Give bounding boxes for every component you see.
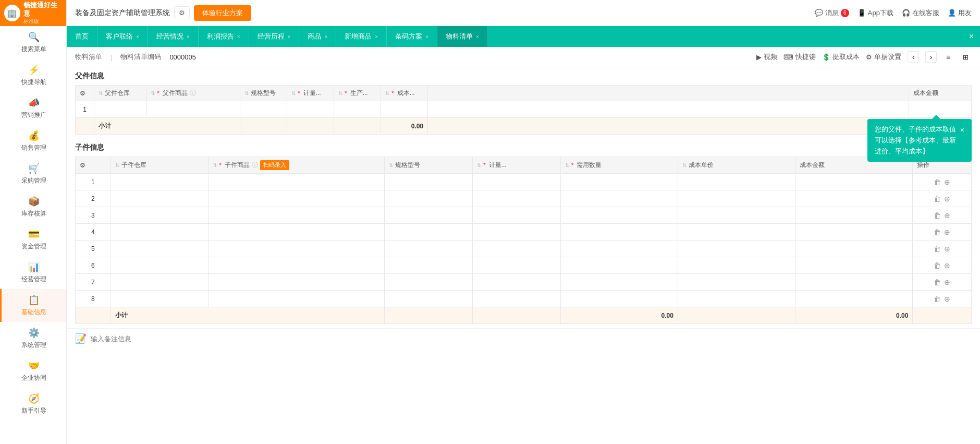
parent-qty-cell[interactable] xyxy=(287,101,334,118)
video-action[interactable]: ▶ 视频 xyxy=(756,52,777,62)
delete-row-icon[interactable]: 🗑 xyxy=(934,228,941,236)
sidebar-item-inventory[interactable]: 📦 库存核算 xyxy=(0,190,66,223)
tab-bom[interactable]: 物料清单 × xyxy=(437,26,488,47)
child-product-cell[interactable] xyxy=(209,207,385,224)
copy-row-icon[interactable]: ⊕ xyxy=(944,178,950,186)
sidebar-item-system[interactable]: ⚙️ 系统管理 xyxy=(0,322,66,355)
child-product-cell[interactable] xyxy=(209,190,385,207)
sidebar-item-operations[interactable]: 📊 经营管理 xyxy=(0,256,66,289)
copy-row-icon[interactable]: ⊕ xyxy=(944,261,950,270)
child-cost-price-cell[interactable] xyxy=(678,274,795,291)
tooltip-close-button[interactable]: × xyxy=(960,124,964,136)
child-need-qty-cell[interactable] xyxy=(560,190,678,207)
child-product-cell[interactable] xyxy=(209,241,385,257)
copy-row-icon[interactable]: ⊕ xyxy=(944,195,950,203)
tab-add-goods[interactable]: 新增商品 × xyxy=(336,26,387,47)
tab-operations[interactable]: 经营情况 × xyxy=(148,26,199,47)
tab-customer-close[interactable]: × xyxy=(136,34,139,40)
child-need-qty-cell[interactable] xyxy=(560,291,678,307)
child-cost-price-cell[interactable] xyxy=(678,257,795,274)
tab-bom-close[interactable]: × xyxy=(476,34,479,40)
copy-row-icon[interactable]: ⊕ xyxy=(944,295,950,303)
sidebar-item-purchase[interactable]: 🛒 采购管理 xyxy=(0,158,66,190)
tab-barcode[interactable]: 条码方案 × xyxy=(387,26,437,47)
delete-row-icon[interactable]: 🗑 xyxy=(934,295,941,303)
child-spec-cell[interactable] xyxy=(384,224,472,241)
child-warehouse-cell[interactable] xyxy=(111,274,209,291)
delete-row-icon[interactable]: 🗑 xyxy=(934,261,941,270)
shortcut-action[interactable]: ⌨ 快捷键 xyxy=(783,52,816,62)
child-spec-cell[interactable] xyxy=(384,257,472,274)
child-qty-cell[interactable] xyxy=(472,190,560,207)
child-qty-cell[interactable] xyxy=(472,174,560,190)
delete-row-icon[interactable]: 🗑 xyxy=(934,178,941,186)
parent-spec-cell[interactable] xyxy=(240,101,287,118)
child-cost-price-cell[interactable] xyxy=(678,207,795,224)
sidebar-item-sales[interactable]: 💰 销售管理 xyxy=(0,125,66,158)
child-qty-cell[interactable] xyxy=(472,274,560,291)
user-item[interactable]: 👤 用友 xyxy=(948,8,972,18)
child-warehouse-cell[interactable] xyxy=(111,291,209,307)
sidebar-item-search[interactable]: 🔍 搜索菜单 xyxy=(0,26,66,59)
parent-prod-cell[interactable] xyxy=(334,101,381,118)
delete-row-icon[interactable]: 🗑 xyxy=(934,245,941,253)
child-settings-col[interactable]: ⚙ xyxy=(76,157,111,174)
child-need-qty-cell[interactable] xyxy=(560,241,678,257)
note-input[interactable] xyxy=(91,335,972,343)
tab-barcode-close[interactable]: × xyxy=(425,34,428,40)
sidebar-item-enterprise[interactable]: 🤝 企业协同 xyxy=(0,355,66,388)
child-need-qty-cell[interactable] xyxy=(560,257,678,274)
parent-product-cell[interactable] xyxy=(146,101,240,118)
tab-profit[interactable]: 利润报告 × xyxy=(199,26,249,47)
child-warehouse-cell[interactable] xyxy=(111,241,209,257)
child-cost-price-cell[interactable] xyxy=(678,291,795,307)
child-cost-price-cell[interactable] xyxy=(678,174,795,190)
copy-row-icon[interactable]: ⊕ xyxy=(944,245,950,253)
child-warehouse-cell[interactable] xyxy=(111,224,209,241)
child-spec-cell[interactable] xyxy=(384,274,472,291)
child-product-cell[interactable] xyxy=(209,224,385,241)
child-spec-cell[interactable] xyxy=(384,190,472,207)
close-all-tabs[interactable]: × xyxy=(963,32,980,41)
child-need-qty-cell[interactable] xyxy=(560,207,678,224)
child-spec-cell[interactable] xyxy=(384,241,472,257)
settings-button[interactable]: ⚙ xyxy=(174,6,190,19)
tab-goods-close[interactable]: × xyxy=(324,34,327,40)
child-warehouse-cell[interactable] xyxy=(111,257,209,274)
cost-action[interactable]: 💲 提取成本 xyxy=(822,52,860,62)
child-product-cell[interactable] xyxy=(209,274,385,291)
prev-doc-button[interactable]: ‹ xyxy=(908,51,919,63)
child-qty-cell[interactable] xyxy=(472,241,560,257)
parent-settings-col[interactable]: ⚙ xyxy=(76,86,94,101)
child-warehouse-cell[interactable] xyxy=(111,174,209,190)
scan-badge[interactable]: 扫码录入 xyxy=(260,160,289,170)
app-download-item[interactable]: 📱 App下载 xyxy=(858,8,893,18)
child-cost-price-cell[interactable] xyxy=(678,224,795,241)
child-warehouse-cell[interactable] xyxy=(111,207,209,224)
sidebar-item-basic-info[interactable]: 📋 基础信息 xyxy=(0,289,66,322)
parent-warehouse-cell[interactable] xyxy=(94,101,146,118)
delete-row-icon[interactable]: 🗑 xyxy=(934,278,941,286)
view-grid-button[interactable]: ⊞ xyxy=(960,52,972,62)
parent-cost-cell[interactable] xyxy=(381,101,428,118)
child-qty-cell[interactable] xyxy=(472,257,560,274)
tab-profit-close[interactable]: × xyxy=(237,34,240,40)
delete-row-icon[interactable]: 🗑 xyxy=(934,195,941,203)
tab-customer[interactable]: 客户联络 × xyxy=(97,26,148,47)
tab-history[interactable]: 经营历程 × xyxy=(249,26,300,47)
child-warehouse-cell[interactable] xyxy=(111,190,209,207)
next-doc-button[interactable]: › xyxy=(925,51,937,63)
single-setting-action[interactable]: ⚙ 单据设置 xyxy=(866,52,901,62)
online-service-item[interactable]: 🎧 在线客服 xyxy=(902,8,939,18)
child-spec-cell[interactable] xyxy=(384,291,472,307)
tab-add-goods-close[interactable]: × xyxy=(375,34,378,40)
child-qty-cell[interactable] xyxy=(472,291,560,307)
message-item[interactable]: 💬 消息 6 xyxy=(815,8,849,18)
child-cost-price-cell[interactable] xyxy=(678,190,795,207)
tab-home[interactable]: 首页 xyxy=(67,26,97,47)
tab-history-close[interactable]: × xyxy=(288,34,291,40)
copy-row-icon[interactable]: ⊕ xyxy=(944,278,950,286)
tab-ops-close[interactable]: × xyxy=(187,34,190,40)
sidebar-item-guide[interactable]: 🧭 新手引导 xyxy=(0,388,66,421)
child-qty-cell[interactable] xyxy=(472,207,560,224)
